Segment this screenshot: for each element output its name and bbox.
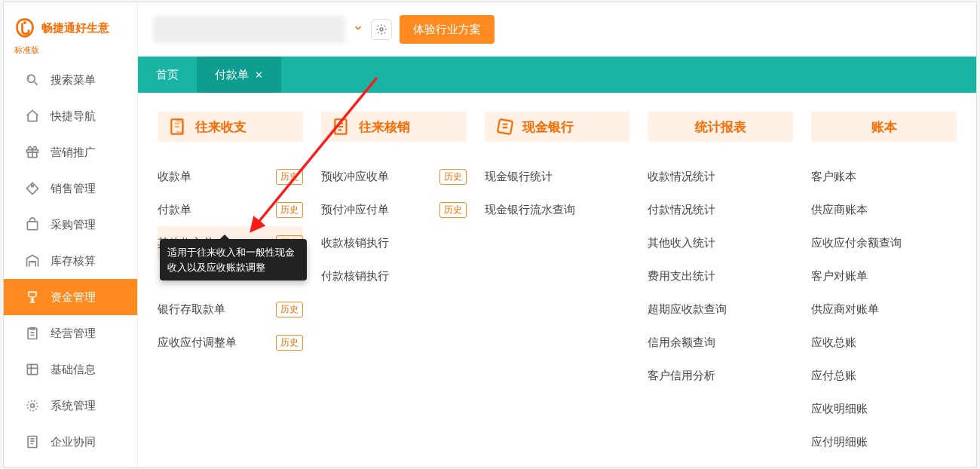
column-title: 往来收支 — [195, 118, 247, 136]
menu-item-label: 供应商对账单 — [811, 302, 879, 317]
column-header: 账本 — [811, 112, 957, 142]
menu-column: 往来核销预收冲应收单历史预付冲应付单历史收款核销执行付款核销执行 — [321, 112, 467, 458]
brand-logo: 畅捷通好生意 — [4, 2, 137, 51]
sidebar-item-marketing[interactable]: 营销推广 — [4, 134, 137, 170]
sidebar-item-label: 销售管理 — [51, 182, 96, 196]
column-title: 现金银行 — [522, 118, 574, 136]
gift-icon — [25, 145, 40, 160]
history-badge[interactable]: 历史 — [276, 335, 303, 351]
menu-column: 统计报表收款情况统计付款情况统计其他收入统计费用支出统计超期应收款查询信用余额查… — [648, 112, 793, 458]
column-header: 往来收支 — [158, 112, 303, 142]
menu-item[interactable]: 供应商账本 — [811, 193, 957, 226]
menu-item-label: 应付总账 — [811, 369, 856, 383]
close-icon[interactable]: ✕ — [255, 69, 263, 81]
sidebar-item-search[interactable]: 搜索菜单 — [4, 62, 137, 98]
menu-item-label: 应收总账 — [811, 336, 856, 350]
menu-column: 往来收支收款单历史付款单历史其他收入单?历史费用单历史银行存取款单历史应收应付调… — [158, 112, 303, 458]
sidebar-item-label: 经营管理 — [51, 326, 96, 341]
experience-plan-button[interactable]: 体验行业方案 — [400, 15, 495, 44]
menu-item-label: 应收应付调整单 — [158, 336, 237, 350]
search-icon — [25, 72, 40, 87]
menu-item[interactable]: 收款核销执行 — [321, 226, 467, 259]
menu-item[interactable]: 现金银行流水查询 — [485, 193, 630, 226]
history-badge[interactable]: 历史 — [276, 202, 303, 218]
grid-icon — [25, 362, 40, 377]
menu-item[interactable]: 应付明细账 — [811, 425, 957, 458]
sidebar-item-sales[interactable]: 销售管理 — [4, 170, 137, 207]
svg-point-0 — [23, 21, 26, 24]
menu-item[interactable]: 费用支出统计 — [648, 259, 793, 293]
menu-item-label: 供应商账本 — [811, 203, 868, 217]
menu-column: 账本客户账本供应商账本应收应付余额查询客户对账单供应商对账单应收总账应付总账应收… — [811, 112, 957, 458]
menu-item[interactable]: 供应商对账单 — [811, 293, 957, 326]
menu-item[interactable]: 付款情况统计 — [648, 193, 793, 226]
menu-item[interactable]: 现金银行统计 — [485, 160, 630, 193]
tab-label: 首页 — [156, 68, 179, 82]
menu-item[interactable]: 应收总账 — [811, 326, 957, 359]
menu-item-label: 收款核销执行 — [321, 236, 389, 250]
menu-item-label: 收款情况统计 — [648, 170, 715, 184]
menu-item-label: 付款单 — [158, 203, 191, 217]
tab-label: 付款单 — [215, 68, 249, 82]
history-badge[interactable]: 历史 — [276, 169, 303, 185]
column-title: 统计报表 — [695, 118, 746, 136]
menu-item-label: 超期应收款查询 — [648, 302, 727, 317]
menu-item-label: 信用余额查询 — [648, 336, 715, 350]
sidebar-item-inventory[interactable]: 库存核算 — [4, 243, 137, 279]
menu-item-label: 费用支出统计 — [648, 269, 715, 284]
brand-name: 畅捷通好生意 — [41, 21, 109, 35]
sidebar-item-label: 搜索菜单 — [51, 73, 96, 87]
menu-item[interactable]: 客户账本 — [811, 160, 957, 193]
menu-item[interactable]: 付款单历史 — [158, 193, 303, 226]
sidebar-item-quicknav[interactable]: 快捷导航 — [4, 98, 137, 134]
svg-point-4 — [32, 185, 34, 187]
column-header: 往来核销 — [321, 112, 467, 142]
menu-item[interactable]: 超期应收款查询 — [648, 293, 793, 326]
sidebar-item-purchase[interactable]: 采购管理 — [4, 207, 137, 243]
money-icon — [25, 290, 40, 305]
menu-item-label: 应收明细账 — [811, 402, 868, 416]
history-badge[interactable]: 历史 — [439, 169, 467, 185]
menu-item[interactable]: 预付冲应付单历史 — [321, 193, 467, 226]
chevron-down-icon[interactable] — [353, 23, 363, 36]
sidebar-item-biz[interactable]: 经营管理 — [4, 315, 137, 351]
svg-rect-7 — [27, 364, 37, 374]
menu-item[interactable]: 客户对账单 — [811, 259, 957, 293]
menu-item[interactable]: 信用余额查询 — [648, 326, 793, 359]
menu-item[interactable]: 应收明细账 — [811, 392, 957, 425]
menu-column: 现金银行现金银行统计现金银行流水查询 — [485, 112, 630, 458]
menu-item[interactable]: 其他收入统计 — [648, 226, 793, 259]
gear-icon[interactable] — [371, 19, 392, 40]
sidebar-item-collab[interactable]: 企业协同 — [4, 424, 137, 460]
tooltip: 适用于往来收入和一般性现金收入以及应收账款调整 — [160, 239, 307, 280]
menu-item[interactable]: 应收应付余额查询 — [811, 226, 957, 259]
org-selector-redacted[interactable] — [153, 16, 345, 43]
brand-edition: 标准版 — [4, 44, 137, 56]
menu-item[interactable]: 预收冲应收单历史 — [321, 160, 467, 193]
sidebar-item-funds[interactable]: 资金管理 — [4, 279, 137, 315]
warehouse-icon — [25, 253, 40, 268]
menu-item[interactable]: 收款情况统计 — [648, 160, 793, 193]
column-title: 账本 — [871, 118, 897, 136]
sidebar-item-label: 营销推广 — [51, 146, 96, 160]
menu-item-label: 付款核销执行 — [321, 269, 389, 284]
history-badge[interactable]: 历史 — [439, 202, 467, 218]
bag-icon — [25, 217, 40, 232]
tab-payment[interactable]: 付款单 ✕ — [197, 57, 281, 93]
menu-item[interactable]: 应付总账 — [811, 359, 957, 392]
history-badge[interactable]: 历史 — [276, 302, 303, 317]
menu-item[interactable]: 客户信用分析 — [648, 359, 793, 392]
sidebar-item-sys[interactable]: 系统管理 — [4, 388, 137, 424]
menu-item[interactable]: 收款单历史 — [158, 160, 303, 193]
menu-item[interactable]: 付款核销执行 — [321, 259, 467, 293]
org-icon — [25, 434, 40, 449]
sidebar-item-base[interactable]: 基础信息 — [4, 351, 137, 388]
menu-item[interactable]: 银行存取款单历史 — [158, 293, 303, 326]
menu-item-label: 客户账本 — [811, 170, 856, 184]
workspace-tabs: 首页 付款单 ✕ — [138, 57, 976, 93]
menu-item[interactable]: 应收应付调整单历史 — [158, 326, 303, 359]
topbar: 体验行业方案 — [138, 2, 976, 57]
tab-home[interactable]: 首页 — [138, 57, 197, 93]
sidebar-item-label: 基础信息 — [51, 363, 96, 377]
menu-item-label: 收款单 — [158, 170, 191, 184]
